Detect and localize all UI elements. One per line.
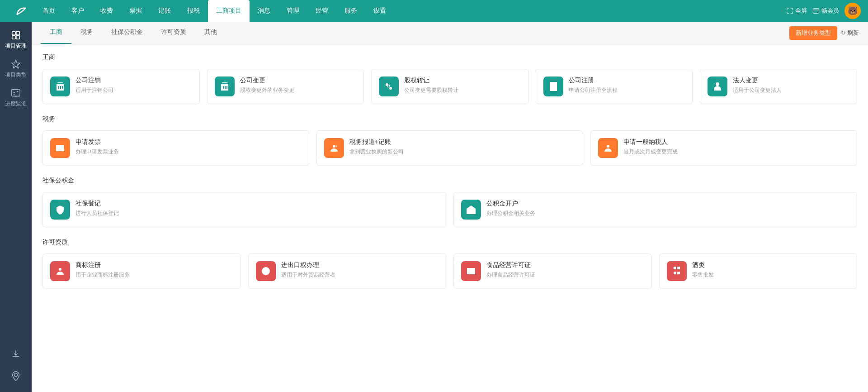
xuke-cards: 商标注册 用于企业商标注册服务 进出口权办理 适用于对外贸易经营者 [42, 253, 857, 289]
sidebar-item-project-management[interactable]: 项目管理 [0, 25, 32, 54]
card-trademark[interactable]: 商标注册 用于企业商标注册服务 [42, 253, 241, 289]
card-desc: 适用于公司变更法人 [733, 86, 849, 94]
card-info-equity: 股权转让 公司变更需要股权转让 [404, 76, 521, 94]
top-navigation: 首页 客户 收费 票据 记账 报税 工商项目 消息 管理 经营 服务 设置 全屏… [0, 0, 868, 22]
svg-rect-10 [550, 82, 557, 91]
card-icon-tax-report [324, 138, 344, 158]
card-info-invoice: 申请发票 办理申请发票业务 [75, 138, 302, 156]
card-general-taxpayer[interactable]: 申请一般纳税人 当月或次月成变更完成 [590, 130, 857, 166]
card-invoice-apply[interactable]: 申请发票 办理申请发票业务 [42, 130, 309, 166]
card-icon-trademark [50, 261, 70, 281]
card-title: 申请发票 [75, 138, 302, 146]
section-title-gongshang: 工商 [42, 53, 857, 62]
svg-rect-22 [674, 272, 676, 274]
sidebar-item-project-type[interactable]: 项目类型 [0, 54, 32, 83]
card-icon-company-cancel [50, 76, 70, 96]
card-desc: 办理公积金相关业务 [486, 210, 849, 217]
card-info-register: 公司注册 申请公司注册全流程 [569, 76, 685, 94]
card-desc: 适用于对外贸易经营者 [281, 271, 439, 279]
card-info-food: 食品经营许可证 办理食品经营许可证 [486, 261, 644, 279]
sidebar-label-type: 项目类型 [5, 71, 27, 79]
sidebar-bottom [0, 345, 32, 392]
member-label: 畅会员 [821, 7, 839, 15]
card-desc: 进行人员社保登记 [75, 210, 439, 217]
svg-point-8 [386, 83, 388, 86]
tab-xuke[interactable]: 许可资质 [152, 22, 195, 44]
nav-item-home[interactable]: 首页 [34, 0, 63, 22]
svg-rect-4 [16, 35, 19, 38]
card-equity-transfer[interactable]: 股权转让 公司变更需要股权转让 [371, 69, 528, 104]
card-info-trademark: 商标注册 用于企业商标注册服务 [75, 261, 233, 279]
nav-item-management[interactable]: 管理 [278, 0, 307, 22]
card-title: 申请一般纳税人 [623, 138, 849, 146]
tab-actions: 新增业务类型 ↻ 刷新 [789, 26, 859, 40]
card-title: 税务报道+记账 [349, 138, 576, 146]
content-area: 工商 税务 社保公积金 许可资质 其他 新增业务类型 ↻ 刷新 工商 [32, 22, 868, 392]
card-title: 公司注册 [569, 76, 685, 85]
card-icon-housing [461, 200, 481, 220]
nav-item-customer[interactable]: 客户 [63, 0, 92, 22]
card-company-change[interactable]: 公司变更 股权变更外的业务变更 [207, 69, 364, 104]
card-title: 公积金开户 [486, 200, 849, 208]
card-icon-register [543, 76, 563, 96]
fullscreen-button[interactable]: 全屏 [786, 7, 807, 15]
nav-right: 全屏 畅会员 🐻 [786, 3, 868, 19]
nav-item-accounting[interactable]: 记账 [150, 0, 179, 22]
shuiwu-cards: 申请发票 办理申请发票业务 税务报道+记账 拿到营业执照的新公司 [42, 130, 857, 166]
card-desc: 当月或次月成变更完成 [623, 148, 849, 156]
sidebar-download-icon[interactable] [0, 345, 32, 363]
card-icon-social [50, 200, 70, 220]
card-company-cancel[interactable]: 公司注销 适用于注销公司 [42, 69, 200, 104]
tab-shebao[interactable]: 社保公积金 [102, 22, 152, 44]
card-alcohol[interactable]: 酒类 零售批发 [659, 253, 858, 289]
scroll-content: 工商 公司注销 适用于注销公司 公司变更 [32, 44, 868, 392]
card-title: 商标注册 [75, 261, 233, 269]
card-desc: 股权变更外的业务变更 [240, 86, 357, 94]
member-button[interactable]: 畅会员 [812, 7, 839, 15]
card-info-housing: 公积金开户 办理公积金相关业务 [486, 200, 849, 217]
nav-item-message[interactable]: 消息 [250, 0, 278, 22]
refresh-button[interactable]: ↻ 刷新 [841, 29, 859, 37]
card-housing-fund[interactable]: 公积金开户 办理公积金相关业务 [453, 192, 857, 227]
sidebar-label-project: 项目管理 [5, 42, 27, 50]
tab-shuiwu[interactable]: 税务 [71, 22, 102, 44]
svg-rect-2 [16, 31, 19, 34]
card-icon-company-change [215, 76, 235, 96]
card-company-register[interactable]: 公司注册 申请公司注册全流程 [536, 69, 693, 104]
card-desc: 拿到营业执照的新公司 [349, 148, 576, 156]
tab-other[interactable]: 其他 [195, 22, 226, 44]
add-type-button[interactable]: 新增业务类型 [789, 26, 837, 40]
nav-item-fee[interactable]: 收费 [92, 0, 121, 22]
nav-item-tax[interactable]: 报税 [179, 0, 208, 22]
section-title-shuiwu: 税务 [42, 115, 857, 123]
user-avatar[interactable]: 🐻 [844, 3, 861, 19]
nav-item-operation[interactable]: 经营 [307, 0, 336, 22]
card-social-insurance[interactable]: 社保登记 进行人员社保登记 [42, 192, 446, 227]
card-legal-change[interactable]: 法人变更 适用于公司变更法人 [700, 69, 857, 104]
card-title: 法人变更 [733, 76, 849, 85]
nav-item-bill[interactable]: 票据 [121, 0, 150, 22]
card-title: 食品经营许可证 [486, 261, 644, 269]
svg-rect-19 [467, 268, 475, 274]
refresh-icon: ↻ [841, 29, 846, 36]
nav-item-service[interactable]: 服务 [336, 0, 365, 22]
svg-rect-3 [12, 35, 15, 38]
sidebar-location-icon[interactable] [0, 367, 32, 385]
card-title: 公司注销 [75, 76, 192, 85]
card-icon-invoice [50, 138, 70, 158]
logo [7, 4, 34, 18]
nav-items: 首页 客户 收费 票据 记账 报税 工商项目 消息 管理 经营 服务 设置 [34, 0, 786, 22]
card-import-export[interactable]: 进出口权办理 适用于对外贸易经营者 [248, 253, 447, 289]
card-tax-report[interactable]: 税务报道+记账 拿到营业执照的新公司 [316, 130, 583, 166]
refresh-label: 刷新 [847, 29, 859, 37]
nav-item-settings[interactable]: 设置 [365, 0, 394, 22]
sidebar-label-monitor: 进度监测 [5, 100, 27, 108]
card-icon-alcohol [667, 261, 687, 281]
card-info-company-change: 公司变更 股权变更外的业务变更 [240, 76, 357, 94]
tab-gongshang[interactable]: 工商 [41, 22, 71, 44]
card-icon-food [461, 261, 481, 281]
card-food-license[interactable]: 食品经营许可证 办理食品经营许可证 [453, 253, 652, 289]
svg-point-7 [14, 373, 17, 377]
nav-item-bizproject[interactable]: 工商项目 [208, 0, 250, 22]
sidebar-item-progress-monitor[interactable]: 进度监测 [0, 83, 32, 112]
